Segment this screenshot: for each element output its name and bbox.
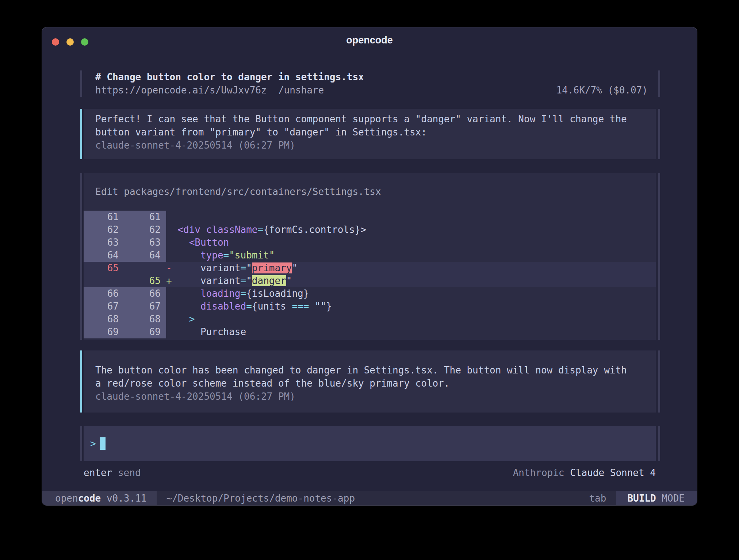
prompt-symbol: > xyxy=(90,438,96,449)
provider-label: Anthropic xyxy=(513,467,570,478)
message-model-timestamp: claude-sonnet-4-20250514 (06:27 PM) xyxy=(95,390,656,403)
diff-row: 65+ variant="danger" xyxy=(84,275,656,287)
diff-gutter: 6161 xyxy=(84,211,166,223)
share-url: https://opencode.ai/s/UwJxv76z xyxy=(95,84,267,97)
message-right-bar xyxy=(658,109,660,159)
minimize-button[interactable] xyxy=(66,38,74,46)
diff-gutter: 6868 xyxy=(84,313,166,326)
diff-code-line: loading={isLoading} xyxy=(166,287,309,300)
edit-right-bar xyxy=(658,173,660,340)
edit-left-bar xyxy=(80,173,82,340)
message-right-bar xyxy=(658,350,660,413)
prompt-left-bar xyxy=(80,426,82,461)
message-text: The button color has been changed to dan… xyxy=(95,364,656,390)
message-accent-bar xyxy=(80,350,82,413)
assistant-message: Perfect! I can see that the Button compo… xyxy=(80,109,660,159)
token-usage: 14.6K/7% ($0.07) xyxy=(556,84,656,97)
prompt-input[interactable]: > xyxy=(84,426,656,461)
tab-key-hint: tab xyxy=(589,493,606,504)
diff-view: 61616262 <div className={formCs.controls… xyxy=(84,211,656,338)
mode-chip[interactable]: BUILD MODE xyxy=(616,491,697,505)
mode-suffix: MODE xyxy=(656,493,685,504)
unshare-command[interactable]: /unshare xyxy=(278,84,324,97)
message-accent-bar xyxy=(80,109,82,159)
diff-row: 6464 type="submit" xyxy=(84,249,656,262)
send-hint-label: send xyxy=(112,466,141,479)
diff-gutter: 6969 xyxy=(84,326,166,338)
message-model-timestamp: claude-sonnet-4-20250514 (06:27 PM) xyxy=(95,139,656,152)
app-version-chip: opencode v0.3.11 xyxy=(42,491,157,505)
assistant-message: The button color has been changed to dan… xyxy=(80,350,660,413)
diff-row: 6363 <Button xyxy=(84,236,656,249)
diff-row: 6262 <div className={formCs.controls}> xyxy=(84,223,656,236)
prompt-right-bar xyxy=(658,426,660,461)
close-button[interactable] xyxy=(52,38,59,46)
edit-tool-block: Edit packages/frontend/src/containers/Se… xyxy=(80,173,660,340)
header-right-bar xyxy=(658,70,660,97)
session-title: # Change button color to danger in setti… xyxy=(95,70,656,84)
diff-gutter: 65 xyxy=(84,262,166,275)
diff-code-line: <div className={formCs.controls}> xyxy=(166,223,366,236)
header-left-bar xyxy=(80,70,82,97)
session-header: # Change button color to danger in setti… xyxy=(80,70,660,97)
mode-name: BUILD xyxy=(627,493,656,504)
enter-key-hint: enter xyxy=(84,466,112,479)
edit-file-path: Edit packages/frontend/src/containers/Se… xyxy=(84,173,656,198)
working-directory: ~/Desktop/Projects/demo-notes-app xyxy=(166,493,355,504)
diff-row: 6868 > xyxy=(84,313,656,326)
diff-code-line: type="submit" xyxy=(166,249,275,262)
prompt-block: > xyxy=(80,426,660,461)
diff-gutter: 6464 xyxy=(84,249,166,262)
titlebar: opencode xyxy=(42,27,697,57)
diff-row: 6767 disabled={units === ""} xyxy=(84,300,656,313)
diff-code-line: > xyxy=(166,313,195,326)
zoom-button[interactable] xyxy=(81,38,88,46)
app-version: v0.3.11 xyxy=(101,493,146,504)
diff-code-line: + variant="danger" xyxy=(166,275,292,287)
diff-gutter: 65 xyxy=(84,275,166,287)
message-text: Perfect! I can see that the Button compo… xyxy=(95,112,656,139)
diff-code-line: disabled={units === ""} xyxy=(166,300,332,313)
window-title: opencode xyxy=(42,27,697,46)
diff-code-line: - variant="primary" xyxy=(166,262,298,275)
app-name-code: code xyxy=(78,493,101,504)
diff-row: 6666 loading={isLoading} xyxy=(84,287,656,300)
diff-row: 65- variant="primary" xyxy=(84,262,656,275)
diff-gutter: 6666 xyxy=(84,287,166,300)
status-bar: opencode v0.3.11 ~/Desktop/Projects/demo… xyxy=(42,491,697,505)
diff-gutter: 6363 xyxy=(84,236,166,249)
app-name-open: open xyxy=(55,493,78,504)
text-cursor xyxy=(100,437,106,450)
footer-hint-row: enter send Anthropic Claude Sonnet 4 xyxy=(80,466,660,479)
diff-gutter: 6767 xyxy=(84,300,166,313)
opencode-window: opencode # Change button color to danger… xyxy=(42,27,697,506)
diff-code-line: <Button xyxy=(166,236,229,249)
diff-gutter: 6262 xyxy=(84,223,166,236)
diff-code-line: Purchase xyxy=(166,326,246,338)
diff-row: 6161 xyxy=(84,211,656,223)
diff-row: 6969 Purchase xyxy=(84,326,656,338)
model-name-label: Claude Sonnet 4 xyxy=(570,467,656,478)
